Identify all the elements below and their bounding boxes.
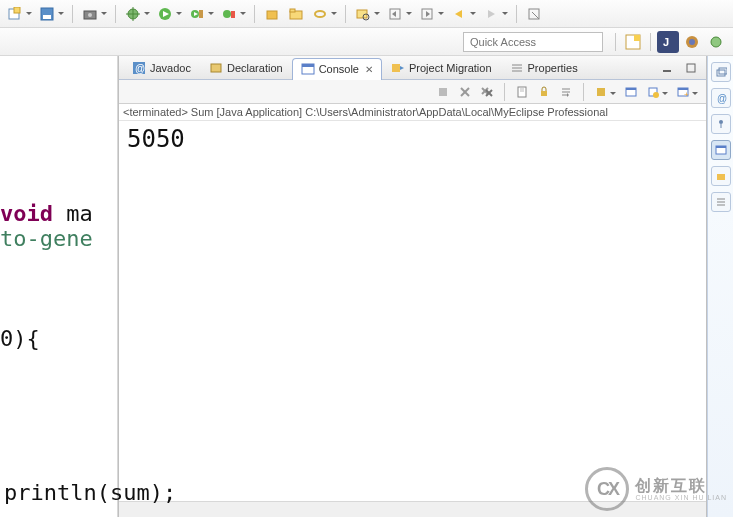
svg-rect-48 bbox=[439, 88, 447, 96]
editor-partial: void ma to-gene 0){ bbox=[0, 56, 118, 517]
svg-point-35 bbox=[711, 37, 721, 47]
tab-javadoc[interactable]: @ Javadoc bbox=[123, 57, 200, 79]
run-config-button[interactable] bbox=[186, 3, 208, 25]
console-toolbar: + bbox=[119, 80, 706, 104]
svg-marker-26 bbox=[455, 10, 462, 18]
tab-declaration[interactable]: Declaration bbox=[200, 57, 292, 79]
quick-access-input[interactable] bbox=[463, 32, 603, 52]
toolbar-separator bbox=[615, 33, 616, 51]
svg-rect-41 bbox=[392, 64, 400, 72]
new-folder-button[interactable] bbox=[285, 3, 307, 25]
toolbar-separator bbox=[504, 83, 505, 101]
back-button[interactable] bbox=[448, 3, 470, 25]
views-panel: @ Javadoc Declaration Console ✕ Project … bbox=[118, 56, 707, 517]
svg-rect-58 bbox=[541, 91, 547, 96]
watermark-title: 创新互联 bbox=[635, 478, 727, 494]
perspective-open-button[interactable] bbox=[622, 31, 644, 53]
tab-label: Project Migration bbox=[409, 62, 492, 74]
declaration-icon bbox=[209, 61, 223, 75]
svg-rect-16 bbox=[267, 11, 277, 19]
terminate-button[interactable] bbox=[434, 83, 452, 101]
console-status-line: <terminated> Sum [Java Application] C:\U… bbox=[119, 104, 706, 121]
migration-icon bbox=[391, 61, 405, 75]
svg-rect-31 bbox=[634, 35, 640, 41]
clear-console-button[interactable] bbox=[513, 83, 531, 101]
run-menu-button[interactable] bbox=[154, 3, 176, 25]
toolbar-separator bbox=[254, 5, 255, 23]
watermark-subtitle: CHUANG XIN HU LIAN bbox=[635, 494, 727, 501]
debug-perspective-button[interactable] bbox=[705, 31, 727, 53]
open-console-button[interactable]: + bbox=[674, 83, 692, 101]
javadoc-icon: @ bbox=[132, 61, 146, 75]
save-menu-button[interactable] bbox=[36, 3, 58, 25]
svg-marker-59 bbox=[567, 93, 569, 97]
open-type-button[interactable] bbox=[309, 3, 331, 25]
trim-problems-button[interactable] bbox=[711, 192, 731, 212]
nav-next-button[interactable] bbox=[416, 3, 438, 25]
toolbar-separator bbox=[72, 5, 73, 23]
tab-console[interactable]: Console ✕ bbox=[292, 58, 382, 80]
svg-text:@: @ bbox=[135, 63, 145, 74]
editor-bottom-line: println(sum); bbox=[4, 480, 176, 505]
pin-button[interactable] bbox=[523, 3, 545, 25]
restore-view-button[interactable] bbox=[711, 62, 731, 82]
toolbar-separator bbox=[650, 33, 651, 51]
new-menu-button[interactable] bbox=[4, 3, 26, 25]
svg-point-64 bbox=[653, 92, 659, 98]
right-trim-bar: @ bbox=[707, 56, 733, 517]
svg-rect-18 bbox=[290, 9, 295, 12]
trim-javadoc-button[interactable]: @ bbox=[711, 88, 731, 108]
svg-rect-75 bbox=[717, 174, 725, 180]
tab-properties[interactable]: Properties bbox=[501, 57, 587, 79]
svg-rect-68 bbox=[717, 70, 725, 76]
remove-launch-button[interactable] bbox=[456, 83, 474, 101]
coverage-button[interactable] bbox=[218, 3, 240, 25]
close-icon[interactable]: ✕ bbox=[365, 64, 373, 75]
trim-outline-button[interactable] bbox=[711, 114, 731, 134]
svg-point-5 bbox=[88, 13, 92, 17]
svg-rect-46 bbox=[663, 70, 671, 72]
svg-line-29 bbox=[532, 12, 539, 19]
forward-button[interactable] bbox=[480, 3, 502, 25]
myeclipse-perspective-button[interactable] bbox=[681, 31, 703, 53]
tab-project-migration[interactable]: Project Migration bbox=[382, 57, 501, 79]
maximize-view-button[interactable] bbox=[680, 57, 702, 79]
comment-text: to-gene bbox=[0, 226, 93, 251]
svg-point-71 bbox=[719, 120, 723, 124]
trim-tasks-button[interactable] bbox=[711, 166, 731, 186]
console-output-text: 5050 bbox=[127, 125, 185, 153]
show-console-button[interactable] bbox=[592, 83, 610, 101]
trim-console-button[interactable] bbox=[711, 140, 731, 160]
watermark-logo: CX bbox=[585, 467, 629, 511]
svg-rect-62 bbox=[626, 88, 636, 90]
java-perspective-button[interactable]: J bbox=[657, 31, 679, 53]
svg-text:J: J bbox=[663, 36, 669, 48]
svg-point-19 bbox=[315, 11, 325, 17]
pin-console-button[interactable] bbox=[622, 83, 640, 101]
camera-menu-button[interactable] bbox=[79, 3, 101, 25]
tab-label: Declaration bbox=[227, 62, 283, 74]
tab-label: Javadoc bbox=[150, 62, 191, 74]
toolbar-separator bbox=[516, 5, 517, 23]
tab-label: Console bbox=[319, 63, 359, 75]
svg-rect-60 bbox=[597, 88, 605, 96]
search-menu-button[interactable] bbox=[352, 3, 374, 25]
tab-label: Properties bbox=[528, 62, 578, 74]
word-wrap-button[interactable] bbox=[557, 83, 575, 101]
svg-point-34 bbox=[689, 39, 695, 45]
minimize-view-button[interactable] bbox=[656, 57, 678, 79]
svg-marker-42 bbox=[400, 66, 404, 70]
code-text: 0){ bbox=[0, 326, 40, 351]
svg-rect-1 bbox=[14, 7, 20, 13]
console-output-area[interactable]: 5050 bbox=[119, 121, 706, 501]
debug-menu-button[interactable] bbox=[122, 3, 144, 25]
svg-rect-69 bbox=[719, 68, 727, 74]
remove-all-button[interactable] bbox=[478, 83, 496, 101]
nav-prev-button[interactable] bbox=[384, 3, 406, 25]
new-package-button[interactable] bbox=[261, 3, 283, 25]
scroll-lock-button[interactable] bbox=[535, 83, 553, 101]
svg-text:+: + bbox=[684, 90, 689, 98]
svg-marker-23 bbox=[392, 11, 396, 17]
display-selected-console-button[interactable] bbox=[644, 83, 662, 101]
svg-rect-74 bbox=[716, 146, 726, 148]
